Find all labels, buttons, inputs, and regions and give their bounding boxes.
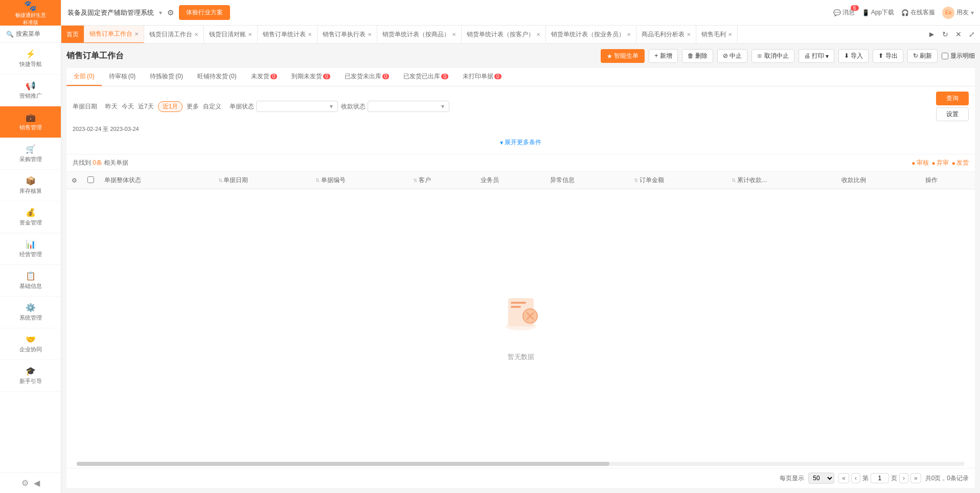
select-all-checkbox[interactable] (87, 176, 94, 183)
sidebar-item-enterprise[interactable]: 🤝 企业协同 (0, 328, 61, 360)
sub-inspect-label: 待拣验货 (150, 73, 174, 80)
sort-amount-icon[interactable]: ⇅ (634, 177, 640, 183)
tab-close-cashflow[interactable]: ✕ (194, 32, 198, 37)
service-action[interactable]: 🎧 在线客服 (901, 8, 935, 17)
refresh-button[interactable]: ↻ 刷新 (907, 49, 938, 63)
gear-icon[interactable]: ⚙ (167, 8, 174, 17)
tab-goods-stats[interactable]: 销货单统计表（按商品） ✕ (377, 26, 462, 43)
smart-create-button[interactable]: ★ 智能生单 (601, 49, 645, 63)
tab-close-goods[interactable]: ✕ (452, 32, 456, 37)
date-opt-today[interactable]: 今天 (122, 102, 134, 111)
filter-setting-button[interactable]: 设置 (936, 107, 969, 121)
date-opt-yesterday[interactable]: 昨天 (105, 102, 118, 111)
sub-tab-unprinted[interactable]: 未打印单据0 (455, 68, 509, 86)
tab-close-customer[interactable]: ✕ (536, 32, 540, 37)
sidebar-item-guide[interactable]: 🎓 新手引导 (0, 360, 61, 392)
date-opt-1month[interactable]: 近1月 (158, 101, 183, 112)
sidebar-item-inventory[interactable]: 📦 库存核算 (0, 170, 61, 201)
show-detail-checkbox[interactable]: 显示明细 (942, 52, 975, 60)
print-button[interactable]: 🖨 打印 ▾ (799, 49, 834, 63)
next-page-button[interactable]: › (899, 473, 908, 483)
app-download-action[interactable]: 📱 App下载 (862, 8, 894, 17)
sidebar-item-basic[interactable]: 📋 基础信息 (0, 265, 61, 297)
tab-close-sales[interactable]: ✕ (134, 31, 139, 37)
tab-close-reconcile[interactable]: ✕ (248, 32, 252, 37)
sidebar-item-management[interactable]: 📊 经营管理 (0, 233, 61, 265)
status-select[interactable] (256, 101, 338, 112)
page-number-input[interactable] (871, 473, 889, 483)
collapse-icon[interactable]: ◀ (34, 478, 40, 488)
sort-no-icon[interactable]: ⇅ (315, 177, 321, 183)
revoke-button[interactable]: ● 弃审 (932, 159, 949, 167)
tab-close-stats[interactable]: ✕ (308, 32, 312, 37)
tab-home[interactable]: 首页 (61, 26, 84, 43)
tab-refresh-icon[interactable]: ↻ (939, 29, 951, 39)
stop-button[interactable]: ⊘ 中止 (717, 49, 747, 63)
tab-maximize-icon[interactable]: ⤢ (966, 29, 978, 39)
prev-page-button[interactable]: ‹ (851, 473, 860, 483)
last-page-button[interactable]: » (910, 473, 921, 483)
sort-customer-icon[interactable]: ⇅ (413, 177, 419, 183)
tab-close-exec[interactable]: ✕ (368, 32, 372, 37)
first-page-button[interactable]: « (838, 473, 849, 483)
sub-tab-all[interactable]: 全部(0) (66, 68, 102, 86)
sub-unshipped-badge: 0 (270, 74, 278, 79)
tab-sales-stats[interactable]: 销售订单统计表 ✕ (258, 26, 317, 43)
tab-close-all-icon[interactable]: ✕ (952, 29, 965, 39)
sub-tab-unshipped[interactable]: 未发货0 (244, 68, 285, 86)
sidebar-item-marketing[interactable]: 📢 营销推广 (0, 75, 61, 106)
filter-row-2: 2023-02-24 至 2023-03-24 (73, 124, 969, 133)
message-action[interactable]: 💬 消息 6 (833, 8, 855, 17)
sort-date-icon[interactable]: ⇅ (218, 177, 224, 183)
tab-customer-stats[interactable]: 销货单统计表（按客户） ✕ (462, 26, 546, 43)
settings-icon[interactable]: ⚙ (21, 478, 29, 488)
tab-close-gross[interactable]: ✕ (687, 32, 691, 37)
scroll-thumb[interactable] (77, 462, 609, 466)
sub-tab-shipped-not-out[interactable]: 已发货未出库0 (337, 68, 397, 86)
tab-sales-order-workspace[interactable]: 销售订单工作台 ✕ (84, 26, 144, 43)
sidebar-item-quick[interactable]: ⚡ 快捷导航 (0, 43, 61, 75)
export-button[interactable]: ⬆ 导出 (873, 49, 903, 63)
horizontal-scrollbar[interactable] (77, 462, 965, 466)
user-menu[interactable]: Ea 用友 ▾ (942, 7, 974, 19)
sort-receipt-icon[interactable]: ⇅ (732, 177, 737, 183)
tab-cashflow-workspace[interactable]: 钱货日清工作台 ✕ (144, 26, 204, 43)
date-opt-7days[interactable]: 近7天 (138, 102, 154, 111)
sidebar-item-sales[interactable]: 💼 销售管理 (0, 106, 61, 138)
page-size-select[interactable]: 50 10 20 100 (808, 473, 834, 484)
receipt-select[interactable] (368, 101, 449, 112)
sidebar-search[interactable]: 🔍 搜索菜单 (0, 26, 61, 43)
send-button[interactable]: ● 发货 (952, 159, 969, 167)
trial-button[interactable]: 体验行业方案 (179, 5, 230, 20)
sidebar-item-system[interactable]: ⚙️ 系统管理 (0, 297, 61, 328)
sub-tab-shipped-out[interactable]: 已发货已出库0 (396, 68, 455, 86)
tab-close-sales-gross[interactable]: ✕ (728, 32, 732, 37)
th-gear[interactable]: ⚙ (66, 172, 82, 189)
expand-filter-button[interactable]: ▾ 展开更多条件 (73, 136, 969, 149)
tab-reconcile[interactable]: 钱货日清对账 ✕ (204, 26, 258, 43)
query-button[interactable]: 查询 (936, 92, 969, 105)
tab-more-button[interactable]: ▶ (926, 26, 937, 43)
th-checkbox[interactable] (82, 172, 99, 189)
import-button[interactable]: ⬇ 导入 (838, 49, 869, 63)
tab-gross-analysis[interactable]: 商品毛利分析表 ✕ (636, 26, 696, 43)
date-opt-custom[interactable]: 自定义 (203, 102, 221, 111)
delete-button[interactable]: 🗑 删除 (682, 49, 713, 63)
tab-salesperson-stats[interactable]: 销货单统计表（按业务员） ✕ (546, 26, 636, 43)
sub-tab-wangpu[interactable]: 旺铺待发货(0) (190, 68, 244, 86)
cancel-stop-button[interactable]: ⊙ 取消中止 (751, 49, 794, 63)
tab-close-salesperson[interactable]: ✕ (627, 32, 631, 37)
audit-button[interactable]: ● 审核 (911, 159, 928, 167)
sub-tab-overdue-unshipped[interactable]: 到期未发货0 (284, 68, 337, 86)
home-tab-label: 首页 (66, 30, 79, 39)
tab-sales-exec[interactable]: 销售订单执行表 ✕ (317, 26, 377, 43)
sidebar-item-purchase[interactable]: 🛒 采购管理 (0, 138, 61, 170)
sub-tab-pending-inspect[interactable]: 待拣验货(0) (143, 68, 190, 86)
show-detail-check[interactable] (942, 53, 948, 59)
tab-reconcile-label: 钱货日清对账 (209, 30, 246, 39)
date-opt-more[interactable]: 更多 (187, 102, 199, 111)
add-button[interactable]: + 新增 (649, 49, 677, 63)
sub-tab-pending-audit[interactable]: 待审核(0) (102, 68, 143, 86)
tab-sales-gross[interactable]: 销售毛利 ✕ (696, 26, 738, 43)
sidebar-item-finance[interactable]: 💰 资金管理 (0, 201, 61, 233)
